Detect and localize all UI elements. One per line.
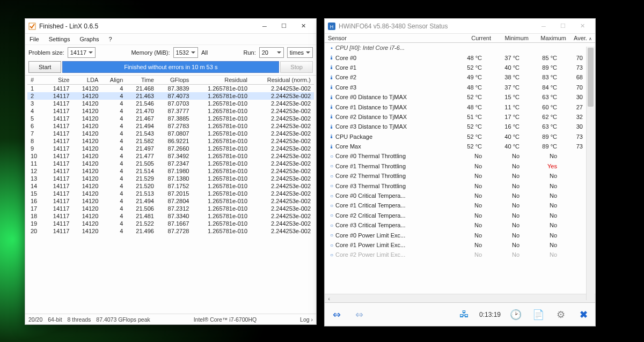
sensor-row[interactable]: ○Core #3 Critical Tempera...NoNoNo bbox=[325, 220, 586, 230]
col-gflops[interactable]: GFlops bbox=[157, 76, 192, 85]
maximize-button[interactable]: ☐ bbox=[274, 19, 294, 33]
sensor-row[interactable]: ○Core #0 Critical Tempera...NoNoNo bbox=[325, 191, 586, 200]
col-index[interactable]: # bbox=[27, 76, 44, 85]
network-icon[interactable]: 🖧 bbox=[457, 307, 472, 322]
start-button[interactable]: Start bbox=[28, 61, 61, 73]
sensor-row[interactable]: 🌡Core #249 °C38 °C83 °C68 bbox=[325, 72, 586, 82]
col-current[interactable]: Current bbox=[457, 35, 494, 41]
col-residual[interactable]: Residual bbox=[192, 76, 251, 85]
col-align[interactable]: Align bbox=[101, 76, 126, 85]
menu-settings[interactable]: Settings bbox=[48, 35, 71, 43]
close-button[interactable]: ✕ bbox=[294, 19, 313, 33]
expand-collapse-icon[interactable]: ⇔ bbox=[329, 307, 344, 322]
sensor-row[interactable]: 🌡Core #152 °C40 °C89 °C73 bbox=[325, 63, 586, 72]
hwinfo-header-row[interactable]: Sensor Current Minimum Maximum Aver. ∧ bbox=[325, 34, 595, 43]
table-row[interactable]: 11411714120421.46887.38391.265781e-0102.… bbox=[27, 85, 314, 93]
sensor-row[interactable]: ○Core #2 Power Limit Exc...NoNoNo bbox=[325, 250, 586, 259]
run-unit-select[interactable]: times bbox=[287, 47, 313, 58]
table-row[interactable]: 111411714120421.50587.23471.265781e-0102… bbox=[27, 160, 314, 167]
hwinfo-sensor-list[interactable]: ▪ CPU [#0]: Intel Core i7-6... 🌡Core #04… bbox=[325, 43, 595, 294]
table-row[interactable]: 81411714120421.58286.92211.265781e-0102.… bbox=[27, 137, 314, 145]
sensor-group[interactable]: ▪ CPU [#0]: Intel Core i7-6... bbox=[325, 43, 586, 53]
sensor-avg: 73 bbox=[560, 133, 586, 140]
sensor-min: No bbox=[485, 192, 523, 199]
sensor-row[interactable]: 🌡Core #048 °C37 °C85 °C70 bbox=[325, 53, 586, 62]
horizontal-scrollbar[interactable]: ‹ › bbox=[325, 294, 595, 302]
sensor-row[interactable]: 🌡Core #0 Distance to TjMAX52 °C15 °C63 °… bbox=[325, 92, 586, 102]
scroll-up-icon[interactable]: ∧ bbox=[589, 36, 592, 41]
sensor-row[interactable]: ○Core #1 Critical Tempera...NoNoNo bbox=[325, 200, 586, 210]
maximize-button[interactable]: ☐ bbox=[553, 19, 573, 33]
sensor-row[interactable]: 🌡CPU Package52 °C40 °C89 °C73 bbox=[325, 132, 586, 142]
table-row[interactable]: 51411714120421.46787.38851.265781e-0102.… bbox=[27, 115, 314, 122]
save-log-icon[interactable]: 📄 bbox=[531, 307, 546, 322]
close-x-icon[interactable]: ✖ bbox=[576, 307, 591, 322]
stop-button[interactable]: Stop bbox=[280, 61, 313, 73]
sensor-row[interactable]: ○Core #0 Power Limit Exc...NoNoNo bbox=[325, 230, 586, 240]
sensor-row[interactable]: ○Core #2 Thermal ThrottlingNoNoNo bbox=[325, 171, 586, 181]
table-row[interactable]: 61411714120421.49487.27831.265781e-0102.… bbox=[27, 122, 314, 130]
minimize-button[interactable]: ─ bbox=[534, 19, 553, 33]
sensor-row[interactable]: 🌡Core #2 Distance to TjMAX51 °C17 °C62 °… bbox=[325, 112, 586, 122]
linx-results-table[interactable]: # Size LDA Align Time GFlops Residual Re… bbox=[25, 75, 316, 314]
problem-size-select[interactable]: 14117 bbox=[68, 47, 96, 58]
table-row[interactable]: 31411714120421.54687.07031.265781e-0102.… bbox=[27, 100, 314, 107]
settings-gear-icon[interactable]: ⚙ bbox=[553, 307, 568, 322]
memory-mode[interactable]: All bbox=[201, 49, 208, 56]
table-row[interactable]: 101411714120421.47787.34921.265781e-0102… bbox=[27, 152, 314, 160]
linx-titlebar[interactable]: Finished - LinX 0.6.5 ─ ☐ ✕ bbox=[25, 19, 316, 34]
table-row[interactable]: 201411714120421.49687.27281.265781e-0102… bbox=[27, 227, 314, 235]
table-row[interactable]: 161411714120421.49487.28041.265781e-0102… bbox=[27, 197, 314, 205]
col-maximum[interactable]: Maximum bbox=[532, 35, 569, 41]
sensor-row[interactable]: ○Core #0 Thermal ThrottlingNoNoNo bbox=[325, 151, 586, 161]
status-circle-icon: ○ bbox=[328, 183, 335, 189]
run-count-select[interactable]: 20 bbox=[259, 47, 284, 58]
sensor-row[interactable]: ○Core #1 Power Limit Exc...NoNoNo bbox=[325, 240, 586, 250]
sensor-max: 63 °C bbox=[523, 94, 560, 100]
table-row[interactable]: 171411714120421.50687.23121.265781e-0102… bbox=[27, 205, 314, 212]
scroll-left-icon[interactable]: ‹ bbox=[325, 294, 333, 302]
sensor-row[interactable]: ○Core #1 Thermal ThrottlingNoNoYes bbox=[325, 161, 586, 171]
table-row[interactable]: 121411714120421.51487.19801.265781e-0102… bbox=[27, 167, 314, 175]
scrollbar-thumb[interactable] bbox=[588, 48, 594, 107]
hwinfo-titlebar[interactable]: H HWiNFO64 v5.86-3480 Sensor Status ─ ☐ … bbox=[325, 19, 595, 34]
menu-file[interactable]: File bbox=[28, 35, 40, 43]
table-row[interactable]: 131411714120421.52987.13801.265781e-0102… bbox=[27, 175, 314, 182]
sensor-row[interactable]: 🌡Core #348 °C37 °C84 °C70 bbox=[325, 83, 586, 92]
col-minimum[interactable]: Minimum bbox=[494, 35, 532, 41]
table-row[interactable]: 181411714120421.48187.33401.265781e-0102… bbox=[27, 212, 314, 220]
menu-help[interactable]: ? bbox=[108, 35, 113, 43]
clock-icon[interactable]: 🕑 bbox=[508, 307, 523, 322]
table-row[interactable]: 91411714120421.49787.26601.265781e-0102.… bbox=[27, 145, 314, 152]
arrows-icon[interactable]: ⇔ bbox=[352, 307, 367, 322]
sensor-min: No bbox=[485, 163, 523, 169]
status-log[interactable]: Log › bbox=[300, 316, 313, 323]
vertical-scrollbar[interactable] bbox=[586, 47, 595, 300]
table-row[interactable]: 191411714120421.52287.16671.265781e-0102… bbox=[27, 220, 314, 227]
sensor-row[interactable]: 🌡Core #3 Distance to TjMAX52 °C16 °C63 °… bbox=[325, 122, 586, 131]
table-row[interactable]: 21411714120421.46387.40731.265781e-0102.… bbox=[27, 92, 314, 100]
col-lda[interactable]: LDA bbox=[72, 76, 101, 85]
table-row[interactable]: 41411714120421.47087.37771.265781e-0102.… bbox=[27, 107, 314, 115]
col-average[interactable]: Aver. ∧ bbox=[569, 35, 595, 41]
memory-select[interactable]: 1532 bbox=[173, 47, 198, 58]
col-time[interactable]: Time bbox=[126, 76, 157, 85]
sensor-name: Core #3 bbox=[335, 84, 448, 91]
minimize-button[interactable]: ─ bbox=[255, 19, 274, 33]
run-label: Run: bbox=[243, 49, 255, 56]
sensor-max: 89 °C bbox=[523, 143, 560, 150]
hwinfo-app-icon: H bbox=[328, 23, 335, 30]
menu-graphs[interactable]: Graphs bbox=[78, 35, 100, 43]
sensor-row[interactable]: 🌡Core Max52 °C40 °C89 °C73 bbox=[325, 142, 586, 151]
col-size[interactable]: Size bbox=[44, 76, 73, 85]
col-residual-norm[interactable]: Residual (norm.) bbox=[251, 76, 314, 85]
table-row[interactable]: 141411714120421.52087.17521.265781e-0102… bbox=[27, 182, 314, 190]
table-row[interactable]: 71411714120421.54387.08071.265781e-0102.… bbox=[27, 130, 314, 137]
close-button[interactable]: ✕ bbox=[573, 19, 592, 33]
sensor-row[interactable]: ○Core #3 Thermal ThrottlingNoNoNo bbox=[325, 181, 586, 190]
sensor-row[interactable]: 🌡Core #1 Distance to TjMAX48 °C11 °C60 °… bbox=[325, 102, 586, 111]
col-sensor[interactable]: Sensor bbox=[328, 35, 457, 41]
table-row[interactable]: 151411714120421.51387.20151.265781e-0102… bbox=[27, 190, 314, 197]
status-circle-icon: ○ bbox=[328, 212, 335, 218]
sensor-row[interactable]: ○Core #2 Critical Tempera...NoNoNo bbox=[325, 211, 586, 220]
